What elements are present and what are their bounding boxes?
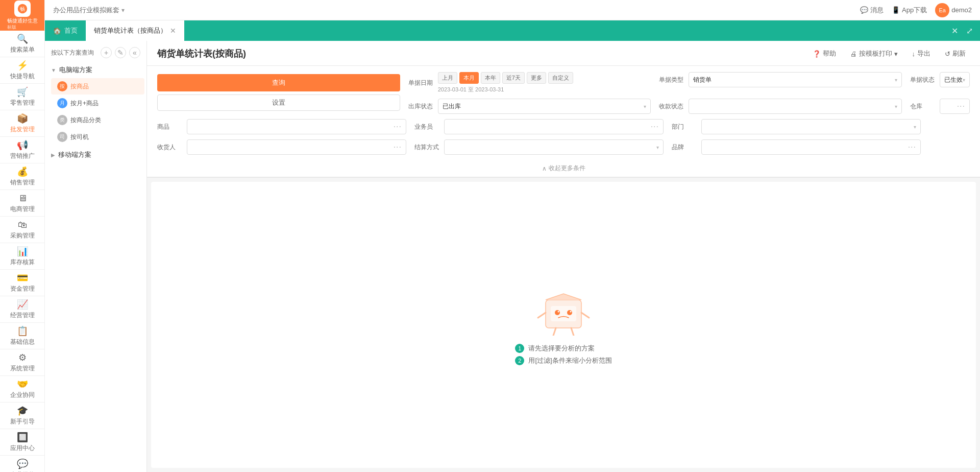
print-btn[interactable]: 🖨 按模板打印 ▾ [846,47,902,60]
sidebar-item-appstore[interactable]: 🔲 应用中心 [0,429,44,456]
scheme-group-mobile-header[interactable]: ▶ 移动端方案 [45,147,146,162]
brand-input[interactable]: ··· [701,139,921,155]
scheme-item-by-goods[interactable]: 按 按商品 [51,78,144,95]
receiver-input[interactable]: ··· [187,139,406,155]
sidebar-item-search[interactable]: 🔍 搜索菜单 [0,31,44,57]
filter-outbound-status: 出库状态 已出库 ▾ [408,99,651,114]
page-title-row: 销货单统计表(按商品) ❓ 帮助 🖨 按模板打印 ▾ ↓ [157,47,970,60]
empty-tips: 1 请先选择要分析的方案 2 用[过滤]条件来缩小分析范围 [515,344,611,365]
scheme-icon-by-goods: 按 [57,81,67,91]
purchase-icon: 🛍 [18,220,27,230]
collapse-bar[interactable]: ∧ 收起更多条件 [147,160,980,177]
filter-goods: 商品 ··· [157,119,406,134]
sidebar-item-operations[interactable]: 📈 经营管理 [0,296,44,323]
message-btn[interactable]: 💬 消息 [860,6,884,15]
date-btn-custom[interactable]: 自定义 [548,72,573,84]
filter-settlement: 结算方式 ▾ [414,139,664,155]
scheme-item-by-driver[interactable]: 司 按司机 [51,129,144,145]
empty-state: 1 请先选择要分析的方案 2 用[过滤]条件来缩小分析范围 [151,182,976,468]
salesperson-input[interactable]: ··· [444,119,664,134]
sidebar-item-label: 应用中心 [10,444,35,453]
refresh-icon: ↺ [945,50,950,58]
sidebar-item-sales[interactable]: 💰 销售管理 [0,163,44,190]
sidebar-item-purchase[interactable]: 🛍 采购管理 [0,217,44,243]
export-btn[interactable]: ↓ 导出 [908,47,935,60]
date-btn-7days[interactable]: 近7天 [502,72,525,84]
outbound-select[interactable]: 已出库 ▾ [438,99,651,114]
tab-home[interactable]: 🏠 首页 [45,20,86,41]
payment-status-arrow: ▾ [895,104,897,109]
date-btn-more[interactable]: 更多 [527,72,546,84]
content-area: 按以下方案查询 + ✎ « ▼ 电脑端方案 按 按商品 月 按月+ [45,41,980,472]
message-icon: 💬 [860,6,868,14]
collapse-panel-btn[interactable]: « [129,47,140,58]
home-icon: 🏠 [53,27,61,35]
doc-type-label: 单据类型 [659,76,684,84]
sidebar-item-enterprise[interactable]: 🤝 企业协同 [0,376,44,403]
tabbar: 🏠 首页 销货单统计表（按商品） ✕ ✕ ⤢ [45,20,980,41]
sidebar-item-marketing[interactable]: 📢 营销推广 [0,137,44,163]
sidebar-item-wechat[interactable]: 💬 企业微信 [0,456,44,472]
doc-type-value: 销货单 [693,76,895,84]
warehouse-label: 仓库 [910,102,936,111]
collapse-btn[interactable]: ∧ 收起更多条件 [542,164,585,173]
topbar-dropdown-arrow[interactable]: ▾ [121,7,125,14]
page-title: 销货单统计表(按商品) [157,48,246,60]
sidebar-item-guide[interactable]: 🎓 新手引导 [0,403,44,429]
desktop-arrow-icon: ▼ [51,67,56,73]
salesperson-label: 业务员 [414,123,440,131]
sidebar-item-basic[interactable]: 📋 基础信息 [0,323,44,349]
add-scheme-btn[interactable]: + [101,47,112,58]
doc-type-select[interactable]: 销货单 ▾ [689,72,902,87]
svg-point-6 [557,311,559,313]
sidebar-item-quick-nav[interactable]: ⚡ 快捷导航 [0,57,44,84]
left-panel: 按以下方案查询 + ✎ « ▼ 电脑端方案 按 按商品 月 按月+ [45,41,147,472]
topbar-right: 💬 消息 📱 App下载 Ea demo2 [860,3,972,17]
desktop-scheme-items: 按 按商品 月 按月+商品 类 按商品分类 司 按司机 [45,78,146,145]
inventory-icon: 📊 [17,246,28,257]
user-menu[interactable]: Ea demo2 [935,3,972,17]
guide-icon: 🎓 [17,405,28,416]
topbar: 办公用品行业模拟账套 ▾ 💬 消息 📱 App下载 Ea demo2 [45,0,980,20]
date-btn-last-month[interactable]: 上月 [438,72,457,84]
sidebar-item-system[interactable]: ⚙ 系统管理 [0,349,44,376]
doc-status-select[interactable]: 已生效 ▾ [940,72,970,87]
filter-payment-status: 收款状态 ▾ [659,99,902,114]
brand-dots: ··· [908,143,916,152]
date-btn-this-month[interactable]: 本月 [459,72,479,84]
edit-scheme-btn[interactable]: ✎ [115,47,126,58]
marketing-icon: 📢 [17,139,28,151]
department-select[interactable]: ▾ [701,119,921,134]
scheme-item-by-goods-cat[interactable]: 类 按商品分类 [51,112,144,128]
refresh-btn[interactable]: ↺ 刷新 [941,47,970,60]
salesperson-dots: ··· [651,122,659,131]
scheme-item-by-month-goods[interactable]: 月 按月+商品 [51,95,144,111]
svg-line-10 [553,328,556,336]
sidebar-item-label: 快捷导航 [10,72,35,81]
settlement-select[interactable]: ▾ [444,139,664,155]
goods-input[interactable]: ··· [187,119,406,134]
setup-btn[interactable]: 设置 [157,95,400,111]
goods-label: 商品 [157,123,183,131]
payment-status-select[interactable]: ▾ [689,99,902,114]
sidebar-item-finance[interactable]: 💳 资金管理 [0,270,44,296]
warehouse-input[interactable]: ··· [940,99,970,114]
tab-sales-stats[interactable]: 销货单统计表（按商品） ✕ [86,20,184,41]
filter-brand: 品牌 ··· [672,139,921,155]
settlement-arrow: ▾ [656,145,659,150]
sidebar-item-label: 零售管理 [10,99,35,107]
tab-close-all-btn[interactable]: ✕ [948,24,961,38]
sidebar-item-inventory[interactable]: 📊 库存核算 [0,243,44,270]
sidebar-item-label: 基础信息 [10,338,35,346]
sidebar-item-ecommerce[interactable]: 🖥 电商管理 [0,190,44,217]
page-actions: ❓ 帮助 🖨 按模板打印 ▾ ↓ 导出 ↺ [808,47,970,60]
tab-maximize-btn[interactable]: ⤢ [963,24,976,38]
sidebar-item-retail[interactable]: 🛒 零售管理 [0,84,44,110]
date-btn-this-year[interactable]: 本年 [481,72,500,84]
scheme-group-desktop-header[interactable]: ▼ 电脑端方案 [45,62,146,78]
sidebar-item-wholesale[interactable]: 📦 批发管理 [0,110,44,137]
app-download-btn[interactable]: 📱 App下载 [892,6,927,15]
tab-close-btn[interactable]: ✕ [170,27,176,35]
help-btn[interactable]: ❓ 帮助 [808,47,840,60]
query-btn[interactable]: 查询 [157,74,400,91]
